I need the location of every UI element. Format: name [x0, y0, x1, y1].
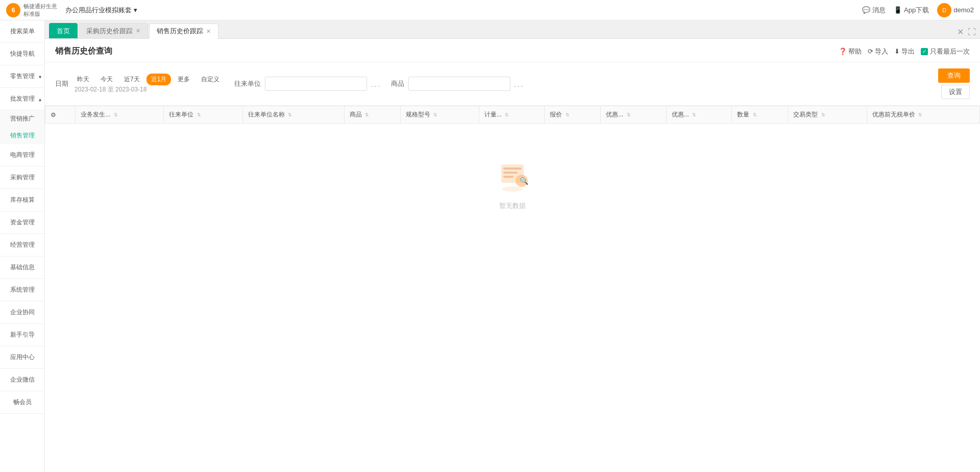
wechat-label: 企业微信	[10, 375, 35, 384]
table-area: ⚙ 业务发生... ⇅ 往来单位 ⇅ 往来单位名称	[45, 106, 980, 241]
maximize-icon[interactable]: ⛶	[968, 28, 976, 36]
sidebar-item-operations[interactable]: 经营管理	[0, 234, 44, 256]
sidebar-item-guide[interactable]: 新手引导	[0, 324, 44, 346]
basic-info-label: 基础信息	[10, 263, 35, 272]
sort-icon-partner-name: ⇅	[288, 112, 292, 117]
purchase-label: 采购管理	[10, 173, 35, 182]
logo-text: 畅捷通好生意 标准版	[23, 3, 57, 17]
user-avatar-button[interactable]: D demo2	[937, 3, 974, 17]
col-quote[interactable]: 报价 ⇅	[545, 106, 601, 124]
date-pill-last1m[interactable]: 近1月	[146, 74, 172, 85]
finance-label: 资金管理	[10, 218, 35, 227]
table-header: ⚙ 业务发生... ⇅ 往来单位 ⇅ 往来单位名称	[45, 106, 980, 124]
sidebar-item-member[interactable]: 畅会员	[0, 391, 44, 414]
shortcut-label: 快捷导航	[10, 50, 35, 58]
sidebar-item-retail[interactable]: 零售管理	[0, 65, 44, 88]
col-spec[interactable]: 规格型号 ⇅	[400, 106, 479, 124]
sidebar-item-marketing[interactable]: 营销推广	[0, 110, 44, 127]
gear-icon[interactable]: ⚙	[51, 111, 56, 119]
col-trade-type[interactable]: 交易类型 ⇅	[788, 106, 867, 124]
partner-picker-icon[interactable]: ...	[370, 79, 381, 89]
empty-text: 暂无数据	[499, 201, 526, 210]
retail-label: 零售管理	[10, 72, 35, 81]
col-discount1[interactable]: 优惠... ⇅	[601, 106, 667, 124]
sidebar-item-system[interactable]: 系统管理	[0, 279, 44, 301]
tab-purchase-history-close-icon[interactable]: ✕	[136, 28, 140, 34]
tab-sales-history[interactable]: 销售历史价跟踪 ✕	[149, 23, 218, 39]
app-download-icon: 📱	[894, 6, 902, 14]
tab-home[interactable]: 首页	[49, 23, 78, 38]
tab-purchase-history-label: 采购历史价跟踪	[86, 27, 133, 36]
settings-button[interactable]: 设置	[941, 85, 970, 99]
query-button[interactable]: 查询	[938, 68, 970, 83]
sidebar-item-inventory[interactable]: 库存核算	[0, 189, 44, 211]
import-button[interactable]: ⟳ 导入	[868, 47, 888, 56]
username-label: demo2	[953, 6, 974, 14]
operations-label: 经营管理	[10, 241, 35, 249]
sidebar-item-enterprise[interactable]: 企业协同	[0, 301, 44, 324]
export-icon: ⬇	[894, 48, 900, 55]
close-all-tabs-icon[interactable]: ✕	[957, 28, 964, 36]
goods-filter-group: 商品 ...	[391, 77, 524, 91]
sidebar-item-sales-mgmt[interactable]: 销售管理	[0, 127, 44, 144]
filter-right-actions: 查询 设置	[938, 68, 970, 99]
avatar: D	[937, 3, 951, 17]
sidebar-item-wechat[interactable]: 企业微信	[0, 369, 44, 391]
partner-label: 往来单位	[234, 79, 261, 88]
sort-icon-trade-type: ⇅	[821, 112, 825, 117]
help-button[interactable]: ❓ 帮助	[839, 47, 862, 56]
ecommerce-label: 电商管理	[10, 151, 35, 159]
col-gear[interactable]: ⚙	[45, 106, 76, 124]
date-pill-more[interactable]: 更多	[173, 74, 194, 85]
partner-input[interactable]	[265, 77, 367, 91]
app-download-button[interactable]: 📱 App下载	[894, 6, 929, 15]
only-last-checkbox-label[interactable]: ✓ 只看最后一次	[921, 47, 970, 56]
date-pill-last7[interactable]: 近7天	[119, 74, 144, 85]
goods-picker-icon[interactable]: ...	[513, 79, 524, 89]
search-menu-label: 搜索菜单	[10, 27, 35, 36]
inventory-label: 库存核算	[10, 196, 35, 204]
date-pill-yesterday[interactable]: 昨天	[72, 74, 94, 85]
sidebar-item-purchase[interactable]: 采购管理	[0, 167, 44, 189]
top-bar: 6 畅捷通好生意 标准版 办公用品行业模拟账套 ▾ 💬 消息 📱 App下载 D…	[0, 0, 980, 20]
app-center-label: 应用中心	[10, 353, 35, 362]
col-unit[interactable]: 计量... ⇅	[479, 106, 545, 124]
date-range-text: 2023-02-18 至 2023-03-18	[75, 85, 224, 94]
message-button[interactable]: 💬 消息	[862, 6, 886, 15]
col-qty[interactable]: 数量 ⇅	[732, 106, 788, 124]
svg-text:🔍: 🔍	[520, 177, 529, 185]
help-icon: ❓	[839, 48, 847, 55]
col-partner-name[interactable]: 往来单位名称 ⇅	[242, 106, 344, 124]
partner-input-group: ...	[265, 77, 381, 91]
col-pre-tax[interactable]: 优惠前无税单价 ⇅	[867, 106, 979, 124]
sidebar-item-search-menu[interactable]: 搜索菜单	[0, 20, 44, 43]
sidebar-item-ecommerce[interactable]: 电商管理	[0, 144, 44, 167]
col-partner-code[interactable]: 往来单位 ⇅	[164, 106, 242, 124]
col-biz-date[interactable]: 业务发生... ⇅	[76, 106, 164, 124]
table-header-row: ⚙ 业务发生... ⇅ 往来单位 ⇅ 往来单位名称	[45, 106, 980, 124]
top-bar-left: 6 畅捷通好生意 标准版 办公用品行业模拟账套 ▾	[6, 3, 137, 17]
main-layout: 搜索菜单 快捷导航 零售管理 批发管理 营销推广 销售管理 电商管理 采购管理 …	[0, 20, 980, 472]
filter-area: 日期 昨天 今天 近7天 近1月 更多 自定义 2023-02-18 至 202…	[45, 62, 980, 106]
only-last-checkbox[interactable]: ✓	[921, 48, 928, 55]
goods-input[interactable]	[408, 77, 510, 91]
sidebar-item-basic-info[interactable]: 基础信息	[0, 256, 44, 279]
empty-state: 🔍 暂无数据	[45, 124, 980, 241]
tab-sales-history-label: 销售历史价跟踪	[157, 27, 203, 36]
col-discount2[interactable]: 优惠... ⇅	[666, 106, 732, 124]
page-content: 销售历史价查询 ❓ 帮助 ⟳ 导入 ⬇ 导出 ✓	[45, 39, 980, 472]
logo-icon: 6	[6, 3, 20, 17]
tab-sales-history-close-icon[interactable]: ✕	[206, 28, 211, 35]
export-button[interactable]: ⬇ 导出	[894, 47, 915, 56]
sidebar-item-wholesale[interactable]: 批发管理	[0, 88, 44, 110]
col-goods[interactable]: 商品 ⇅	[344, 106, 400, 124]
tab-purchase-history[interactable]: 采购历史价跟踪 ✕	[79, 23, 148, 38]
date-pills: 昨天 今天 近7天 近1月 更多 自定义	[72, 74, 224, 85]
sidebar: 搜索菜单 快捷导航 零售管理 批发管理 营销推广 销售管理 电商管理 采购管理 …	[0, 20, 45, 472]
sidebar-item-shortcut[interactable]: 快捷导航	[0, 43, 44, 65]
sidebar-item-app-center[interactable]: 应用中心	[0, 346, 44, 369]
date-pill-today[interactable]: 今天	[96, 74, 117, 85]
sidebar-item-finance[interactable]: 资金管理	[0, 211, 44, 234]
sort-icon-discount2: ⇅	[692, 112, 696, 117]
date-pill-custom[interactable]: 自定义	[197, 74, 224, 85]
